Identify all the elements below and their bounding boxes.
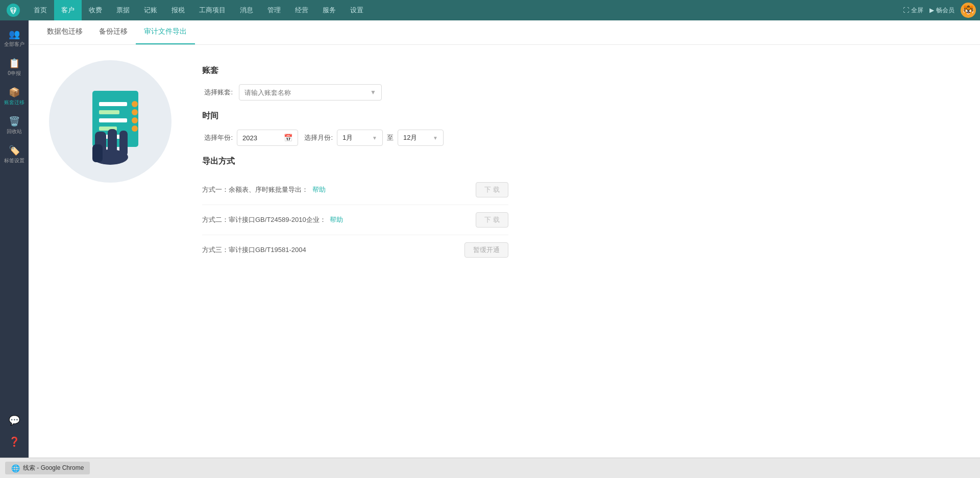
sidebar-label-tag-settings: 标签设置 bbox=[4, 158, 24, 164]
time-form-row: 选择年份: 2023 📅 选择月份: 1月 ▼ 至 12月 bbox=[202, 130, 508, 146]
export-method-row-3: 方式三：审计接口GB/T19581-2004 暂缓开通 bbox=[202, 235, 508, 265]
sidebar-item-zero-declare[interactable]: 📋 0申报 bbox=[1, 54, 28, 81]
start-month-value: 1月 bbox=[342, 133, 353, 142]
export-section-title: 导出方式 bbox=[202, 156, 508, 167]
sidebar-label-zero-declare: 0申报 bbox=[8, 70, 21, 77]
method-1-download-button[interactable]: 下 载 bbox=[476, 182, 508, 197]
sidebar-label-all-customers: 全部客户 bbox=[4, 41, 24, 47]
sidebar-item-chat[interactable]: 💬 bbox=[1, 411, 28, 430]
sidebar-item-all-customers[interactable]: 👥 全部客户 bbox=[1, 24, 28, 52]
method-1-label: 方式一：余额表、序时账批量导出： 帮助 bbox=[202, 185, 326, 194]
svg-rect-15 bbox=[92, 144, 103, 162]
svg-point-10 bbox=[132, 125, 138, 132]
illustration-circle bbox=[49, 60, 172, 183]
month-label: 选择月份: bbox=[302, 133, 333, 142]
nav-tax[interactable]: 报税 bbox=[164, 0, 192, 20]
illustration-svg bbox=[64, 70, 156, 172]
nav-manage[interactable]: 管理 bbox=[260, 0, 288, 20]
illustration-area bbox=[49, 60, 172, 183]
method-2-download-button[interactable]: 下 载 bbox=[476, 212, 508, 228]
nav-accounting[interactable]: 记账 bbox=[137, 0, 164, 20]
year-value: 2023 bbox=[242, 134, 280, 142]
account-form-row: 选择账套: ▼ bbox=[202, 84, 508, 100]
nav-invoice[interactable]: 票据 bbox=[109, 0, 137, 20]
year-label: 选择年份: bbox=[202, 133, 233, 142]
logo[interactable] bbox=[4, 1, 22, 19]
export-method-row-2: 方式二：审计接口GB/T24589-2010企业： 帮助 下 载 bbox=[202, 205, 508, 235]
nav-fee[interactable]: 收费 bbox=[82, 0, 109, 20]
nav-service[interactable]: 服务 bbox=[315, 0, 343, 20]
account-select-input[interactable]: ▼ bbox=[239, 84, 382, 100]
end-month-chevron: ▼ bbox=[433, 135, 438, 141]
end-month-value: 12月 bbox=[403, 133, 417, 142]
nav-items: 首页 客户 收费 票据 记账 报税 工商项目 消息 管理 经营 服务 设置 bbox=[27, 0, 903, 20]
nav-right: ⛶ 全屏 ▶ 畅会员 🐯 bbox=[903, 3, 976, 18]
left-sidebar: 👥 全部客户 📋 0申报 📦 账套迁移 🗑️ 回收站 🏷️ 标签设置 💬 ❓ bbox=[0, 20, 29, 458]
svg-rect-14 bbox=[119, 131, 128, 156]
nav-business[interactable]: 工商项目 bbox=[192, 0, 233, 20]
recycle-icon: 🗑️ bbox=[9, 116, 20, 127]
fullscreen-icon: ⛶ bbox=[903, 7, 909, 14]
calendar-icon: 📅 bbox=[284, 134, 292, 142]
nav-customer[interactable]: 客户 bbox=[54, 0, 82, 20]
start-month-select[interactable]: 1月 ▼ bbox=[337, 130, 383, 146]
method-2-label: 方式二：审计接口GB/T24589-2010企业： 帮助 bbox=[202, 215, 343, 224]
chat-icon: 💬 bbox=[9, 415, 20, 426]
separator: 至 bbox=[387, 133, 394, 142]
svg-point-7 bbox=[132, 101, 138, 107]
svg-rect-13 bbox=[108, 129, 117, 157]
main-layout: 👥 全部客户 📋 0申报 📦 账套迁移 🗑️ 回收站 🏷️ 标签设置 💬 ❓ bbox=[0, 20, 980, 458]
tag-icon: 🏷️ bbox=[9, 145, 20, 156]
tab-backup-migrate[interactable]: 备份迁移 bbox=[91, 20, 136, 44]
tab-data-migrate[interactable]: 数据包迁移 bbox=[39, 20, 91, 44]
tabs-bar: 数据包迁移 备份迁移 审计文件导出 bbox=[29, 20, 980, 45]
nav-message[interactable]: 消息 bbox=[233, 0, 260, 20]
svg-point-9 bbox=[132, 117, 138, 123]
avatar[interactable]: 🐯 bbox=[961, 3, 976, 18]
account-section-title: 账套 bbox=[202, 65, 508, 76]
chevron-down-icon: ▼ bbox=[370, 89, 376, 96]
sidebar-label-recycle: 回收站 bbox=[7, 129, 22, 135]
svg-rect-3 bbox=[99, 110, 119, 114]
sidebar-label-migrate: 账套迁移 bbox=[4, 99, 24, 106]
nav-settings[interactable]: 设置 bbox=[343, 0, 371, 20]
sidebar-item-recycle[interactable]: 🗑️ 回收站 bbox=[1, 112, 28, 139]
member-button[interactable]: ▶ 畅会员 bbox=[929, 6, 954, 15]
fullscreen-label: 全屏 bbox=[911, 6, 923, 15]
fullscreen-button[interactable]: ⛶ 全屏 bbox=[903, 6, 923, 15]
member-label: 畅会员 bbox=[936, 6, 954, 15]
content-area: 数据包迁移 备份迁移 审计文件导出 bbox=[29, 20, 980, 458]
nav-home[interactable]: 首页 bbox=[27, 0, 54, 20]
start-month-chevron: ▼ bbox=[372, 135, 377, 141]
member-icon: ▶ bbox=[929, 7, 934, 14]
svg-rect-4 bbox=[99, 118, 127, 122]
method-1-help-link[interactable]: 帮助 bbox=[312, 186, 326, 193]
sidebar-item-help[interactable]: ❓ bbox=[1, 432, 28, 451]
taskbar: 🌐 线索 - Google Chrome bbox=[0, 458, 980, 478]
export-container: 账套 选择账套: ▼ 时间 选择年份: 2023 bbox=[49, 60, 508, 265]
method-3-label: 方式三：审计接口GB/T19581-2004 bbox=[202, 245, 306, 255]
year-input[interactable]: 2023 📅 bbox=[237, 130, 298, 146]
help-icon: ❓ bbox=[9, 436, 20, 447]
nav-operation[interactable]: 经营 bbox=[288, 0, 315, 20]
method-2-help-link[interactable]: 帮助 bbox=[330, 216, 343, 223]
account-name-input[interactable] bbox=[244, 89, 370, 96]
svg-point-8 bbox=[132, 109, 138, 115]
tab-audit-export[interactable]: 审计文件导出 bbox=[136, 20, 195, 44]
svg-rect-2 bbox=[99, 102, 127, 106]
chrome-icon: 🌐 bbox=[11, 464, 20, 472]
sidebar-bottom: 💬 ❓ bbox=[1, 411, 28, 458]
taskbar-item-label: 线索 - Google Chrome bbox=[23, 464, 84, 472]
export-method-row-1: 方式一：余额表、序时账批量导出： 帮助 下 载 bbox=[202, 175, 508, 205]
migrate-icon: 📦 bbox=[9, 87, 20, 98]
declare-icon: 📋 bbox=[9, 58, 20, 69]
time-section-title: 时间 bbox=[202, 111, 508, 121]
sidebar-item-migrate[interactable]: 📦 账套迁移 bbox=[1, 83, 28, 110]
account-select-label: 选择账套: bbox=[202, 88, 233, 97]
form-area: 账套 选择账套: ▼ 时间 选择年份: 2023 bbox=[202, 60, 508, 265]
page-content: 账套 选择账套: ▼ 时间 选择年份: 2023 bbox=[29, 45, 980, 458]
taskbar-chrome-item[interactable]: 🌐 线索 - Google Chrome bbox=[5, 462, 90, 474]
end-month-select[interactable]: 12月 ▼ bbox=[398, 130, 444, 146]
sidebar-item-tag-settings[interactable]: 🏷️ 标签设置 bbox=[1, 141, 28, 168]
top-nav: 首页 客户 收费 票据 记账 报税 工商项目 消息 管理 经营 服务 设置 ⛶ … bbox=[0, 0, 980, 20]
